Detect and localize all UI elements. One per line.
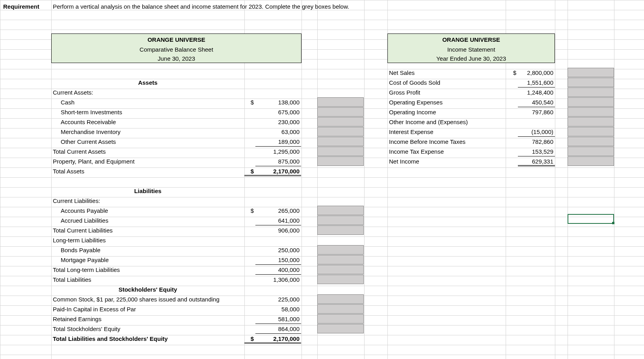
dollar-sign: $ bbox=[244, 97, 255, 107]
bs-inv-input[interactable] bbox=[317, 127, 364, 136]
bs-tltl-input[interactable] bbox=[317, 265, 364, 274]
assets-header: Assets bbox=[51, 78, 244, 87]
bs-cs-input[interactable] bbox=[317, 294, 364, 304]
bs-ar-val: 230,000 bbox=[255, 117, 301, 127]
is-ibt-label: Income Before Income Taxes bbox=[387, 137, 506, 147]
bs-date: June 30, 2023 bbox=[51, 54, 302, 63]
is-oe-input[interactable] bbox=[568, 97, 614, 107]
bs-ltl-header: Long-term Liabilities bbox=[51, 235, 244, 245]
is-ni-label: Net Income bbox=[387, 156, 506, 166]
bs-tcl-input[interactable] bbox=[317, 225, 364, 235]
is-company: ORANGE UNIVERSE bbox=[387, 35, 555, 45]
dollar-sign: $ bbox=[508, 68, 518, 78]
bs-cash-label: Cash bbox=[51, 97, 244, 107]
is-title: Income Statement bbox=[387, 45, 555, 54]
is-ibt-val: 782,860 bbox=[518, 137, 555, 147]
bs-ppe-val: 875,000 bbox=[255, 156, 301, 166]
is-ite-input[interactable] bbox=[568, 147, 614, 156]
is-oi-input[interactable] bbox=[568, 107, 614, 117]
is-cogs-input[interactable] bbox=[568, 78, 614, 87]
bs-ta-label: Total Assets bbox=[51, 166, 244, 176]
bs-tcl-val: 906,000 bbox=[255, 225, 301, 235]
bs-tl-val: 1,306,000 bbox=[255, 275, 301, 285]
bs-tl-input[interactable] bbox=[317, 275, 364, 284]
bs-inv-val: 63,000 bbox=[255, 127, 301, 137]
is-ni-input[interactable] bbox=[568, 156, 614, 166]
bs-tlse-val: 2,170,000 bbox=[255, 334, 301, 344]
bs-ppe-input[interactable] bbox=[317, 156, 364, 166]
bs-ap-input[interactable] bbox=[317, 206, 364, 215]
bs-tse-val: 864,000 bbox=[255, 324, 301, 334]
dollar-sign: $ bbox=[244, 334, 255, 344]
bs-sti-input[interactable] bbox=[317, 107, 364, 117]
bs-re-val: 581,000 bbox=[255, 314, 301, 324]
is-oi-val: 797,860 bbox=[518, 107, 555, 117]
current-assets-header: Current Assets: bbox=[51, 87, 244, 97]
bs-oca-label: Other Current Assets bbox=[51, 137, 244, 147]
active-cell-selection[interactable] bbox=[568, 214, 614, 224]
is-ibt-input[interactable] bbox=[568, 137, 614, 146]
is-net-sales-label: Net Sales bbox=[387, 68, 506, 78]
bs-bp-label: Bonds Payable bbox=[51, 245, 244, 255]
bs-cs-val: 225,000 bbox=[255, 294, 301, 304]
bs-ppe-label: Property, Plant, and Equipment bbox=[51, 156, 244, 166]
dollar-sign: $ bbox=[244, 206, 255, 216]
is-other-label: Other Income and (Expenses) bbox=[387, 117, 506, 127]
bs-oca-input[interactable] bbox=[317, 137, 364, 146]
bs-cash-input[interactable] bbox=[317, 97, 364, 107]
bs-oca-val: 189,000 bbox=[255, 137, 301, 147]
bs-re-input[interactable] bbox=[317, 314, 364, 324]
bs-bp-input[interactable] bbox=[317, 245, 364, 255]
bs-tca-label: Total Current Assets bbox=[51, 147, 244, 156]
bs-sti-label: Short-term Investments bbox=[51, 107, 244, 117]
spreadsheet-area[interactable]: // gridlines drawn after via JS below (k… bbox=[0, 0, 644, 359]
bs-pic-val: 58,000 bbox=[255, 304, 301, 314]
se-header: Stockholders' Equity bbox=[51, 285, 244, 294]
is-oe-val: 450,540 bbox=[518, 97, 555, 107]
bs-pic-input[interactable] bbox=[317, 304, 364, 314]
is-ie-input[interactable] bbox=[568, 127, 614, 136]
liabilities-header: Liabilities bbox=[51, 186, 244, 196]
is-date: Year Ended June 30, 2023 bbox=[387, 54, 555, 63]
bs-tl-label: Total Liabilities bbox=[51, 275, 244, 285]
bs-sti-val: 675,000 bbox=[255, 107, 301, 117]
bs-tcl-label: Total Current Liabilities bbox=[51, 225, 244, 235]
bs-tltl-label: Total Long-term Liabilities bbox=[51, 265, 244, 275]
bs-al-label: Accrued Liabilities bbox=[51, 216, 244, 225]
is-cogs-val: 1,551,600 bbox=[518, 78, 555, 87]
is-ie-val: (15,000) bbox=[518, 127, 555, 137]
is-cogs-label: Cost of Goods Sold bbox=[387, 78, 506, 87]
bs-tse-input[interactable] bbox=[317, 324, 364, 333]
current-liabilities-header: Current Liabilities: bbox=[51, 196, 244, 206]
bs-mp-input[interactable] bbox=[317, 255, 364, 264]
is-gp-input[interactable] bbox=[568, 87, 614, 97]
bs-title: Comparative Balance Sheet bbox=[51, 45, 302, 54]
is-other-input[interactable] bbox=[568, 117, 614, 126]
is-oe-label: Operating Expenses bbox=[387, 97, 506, 107]
requirement-text: Perform a vertical analysis on the balan… bbox=[51, 2, 406, 11]
bs-ar-label: Accounts Receivable bbox=[51, 117, 244, 127]
bs-inv-label: Merchandise Inventory bbox=[51, 127, 244, 137]
requirement-label: Requirement bbox=[2, 2, 49, 11]
bs-ap-label: Accounts Payable bbox=[51, 206, 244, 216]
is-oi-label: Operating Income bbox=[387, 107, 506, 117]
bs-ar-input[interactable] bbox=[317, 117, 364, 126]
bs-ap-val: 265,000 bbox=[255, 206, 301, 216]
bs-al-input[interactable] bbox=[317, 216, 364, 225]
bs-company: ORANGE UNIVERSE bbox=[51, 35, 302, 45]
is-ie-label: Interest Expense bbox=[387, 127, 506, 137]
bs-mp-label: Mortgage Payable bbox=[51, 255, 244, 265]
bs-al-val: 641,000 bbox=[255, 216, 301, 225]
bs-tca-input[interactable] bbox=[317, 147, 364, 156]
bs-pic-label: Paid-In Capital in Excess of Par bbox=[51, 304, 244, 314]
bs-re-label: Retained Earnings bbox=[51, 314, 244, 324]
bs-tlse-label: Total Liabilities and Stockholders' Equi… bbox=[51, 334, 244, 344]
is-ite-val: 153,529 bbox=[518, 147, 555, 156]
bs-cash-val: 138,000 bbox=[255, 97, 301, 107]
is-gp-label: Gross Profit bbox=[387, 87, 506, 97]
bs-tltl-val: 400,000 bbox=[255, 265, 301, 275]
dollar-sign: $ bbox=[244, 166, 255, 176]
is-net-sales-input[interactable] bbox=[568, 68, 614, 77]
bs-tca-val: 1,295,000 bbox=[255, 147, 301, 156]
bs-bp-val: 250,000 bbox=[255, 245, 301, 255]
